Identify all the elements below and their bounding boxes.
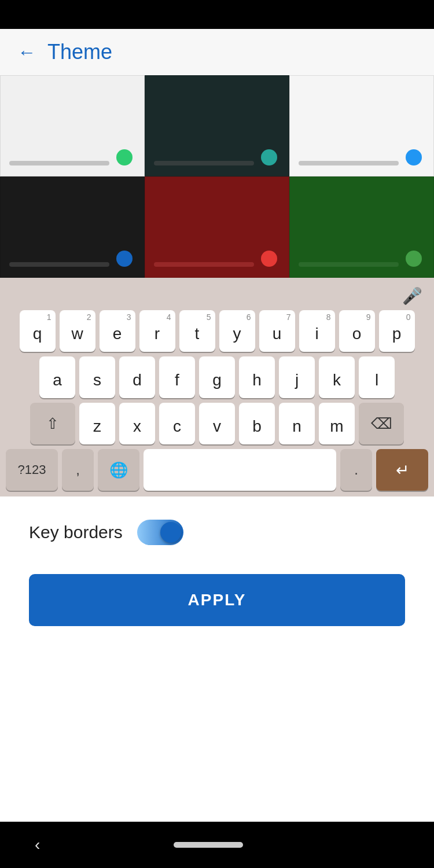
theme-card-light[interactable] (0, 75, 145, 176)
key-p[interactable]: 0 p (379, 310, 415, 352)
theme-dot-red (261, 251, 277, 267)
key-n[interactable]: n (279, 403, 315, 444)
page-title: Theme (47, 40, 112, 64)
globe-icon: 🌐 (109, 461, 128, 479)
keyboard: 🎤 1 q 2 w 3 e 4 r 5 t (0, 278, 434, 496)
theme-dot-green2 (406, 251, 422, 267)
key-q[interactable]: 1 q (20, 310, 56, 352)
apply-button[interactable]: APPLY (29, 574, 405, 626)
key-j[interactable]: j (279, 356, 315, 398)
space-key[interactable] (144, 449, 336, 491)
key-z[interactable]: z (79, 403, 115, 444)
bottom-nav: ‹ (0, 822, 434, 868)
key-borders-toggle[interactable] (137, 520, 183, 545)
theme-bar (9, 161, 109, 165)
theme-card-white[interactable] (289, 75, 434, 176)
voice-row: 🎤 (6, 286, 428, 310)
key-v[interactable]: v (199, 403, 235, 444)
keyboard-rows: 1 q 2 w 3 e 4 r 5 t 6 y (6, 310, 428, 444)
theme-bar (9, 262, 109, 267)
theme-bar (299, 262, 399, 267)
key-u[interactable]: 7 u (259, 310, 295, 352)
key-g[interactable]: g (199, 356, 235, 398)
key-a[interactable]: a (39, 356, 75, 398)
period-label: . (354, 462, 358, 478)
key-d[interactable]: d (119, 356, 155, 398)
delete-key[interactable]: ⌫ (359, 403, 404, 444)
theme-dot-green (116, 149, 133, 165)
theme-card-green[interactable] (289, 176, 434, 278)
num-switch-key[interactable]: ?123 (6, 449, 58, 491)
comma-label: , (76, 462, 80, 478)
toggle-thumb (160, 522, 181, 543)
key-r[interactable]: 4 r (139, 310, 175, 352)
key-borders-row: Key borders (29, 520, 405, 545)
theme-bar (299, 161, 399, 165)
delete-icon: ⌫ (371, 415, 392, 433)
key-o[interactable]: 9 o (339, 310, 375, 352)
key-c[interactable]: c (159, 403, 195, 444)
key-t[interactable]: 5 t (179, 310, 215, 352)
key-x[interactable]: x (119, 403, 155, 444)
key-i[interactable]: 8 i (299, 310, 335, 352)
key-l[interactable]: l (359, 356, 395, 398)
keyboard-bottom-row: ?123 , 🌐 . ↵ (6, 449, 428, 491)
enter-key[interactable]: ↵ (376, 449, 428, 491)
settings-area: Key borders APPLY (0, 496, 434, 649)
theme-dot-blue (406, 149, 422, 165)
period-key[interactable]: . (340, 449, 372, 491)
status-bar (0, 0, 434, 29)
key-row-2: a s d f g h j k l (6, 356, 428, 398)
shift-icon: ⇧ (46, 415, 59, 433)
voice-icon[interactable]: 🎤 (402, 286, 422, 306)
comma-key[interactable]: , (62, 449, 94, 491)
nav-back-button[interactable]: ‹ (35, 836, 40, 854)
key-k[interactable]: k (319, 356, 355, 398)
key-m[interactable]: m (319, 403, 355, 444)
header: ← Theme (0, 29, 434, 75)
key-e[interactable]: 3 e (100, 310, 135, 352)
shift-key[interactable]: ⇧ (30, 403, 75, 444)
key-f[interactable]: f (159, 356, 195, 398)
theme-bar (154, 262, 254, 267)
key-w[interactable]: 2 w (60, 310, 95, 352)
key-s[interactable]: s (79, 356, 115, 398)
key-row-1: 1 q 2 w 3 e 4 r 5 t 6 y (6, 310, 428, 352)
key-row-3: ⇧ z x c v b n m ⌫ (6, 403, 428, 444)
theme-card-red[interactable] (145, 176, 289, 278)
theme-dot-blue-dark (116, 251, 133, 267)
key-h[interactable]: h (239, 356, 275, 398)
theme-grid (0, 75, 434, 278)
back-button[interactable]: ← (17, 42, 36, 63)
globe-key[interactable]: 🌐 (98, 449, 139, 491)
theme-bar (154, 161, 254, 165)
nav-home-pill[interactable] (174, 842, 243, 848)
theme-card-dark-teal[interactable] (145, 75, 289, 176)
theme-card-black[interactable] (0, 176, 145, 278)
key-borders-label: Key borders (29, 523, 123, 542)
theme-dot-teal (261, 149, 277, 165)
key-b[interactable]: b (239, 403, 275, 444)
enter-icon: ↵ (396, 461, 409, 480)
num-switch-label: ?123 (18, 462, 46, 477)
key-y[interactable]: 6 y (219, 310, 255, 352)
